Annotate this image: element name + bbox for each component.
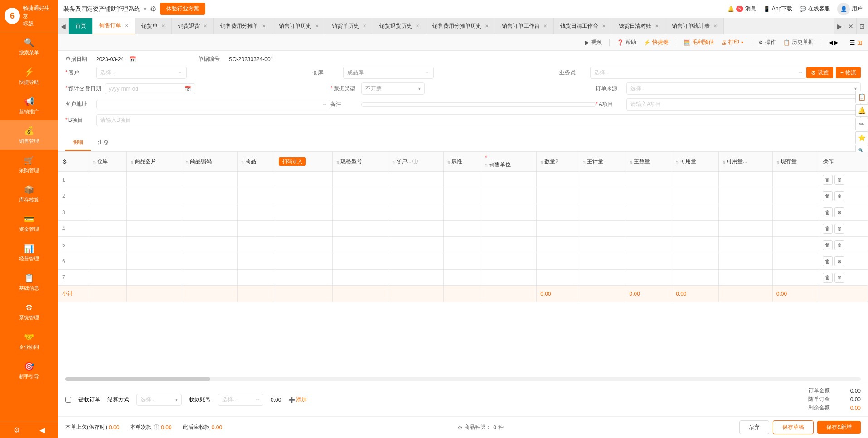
cell-2-main_quantity[interactable]: [626, 188, 672, 204]
customer-input[interactable]: 选择... ···: [96, 67, 187, 79]
bell-right-icon[interactable]: 🔔: [855, 104, 868, 117]
cell-3-attributes[interactable]: [444, 204, 481, 221]
col-header-sales_unit[interactable]: *⇅销售单位: [481, 152, 536, 172]
list-view-icon[interactable]: ☰: [849, 39, 855, 46]
cell-5-product_image[interactable]: [126, 237, 182, 253]
cell-1-available2[interactable]: [718, 172, 772, 188]
cell-5-available[interactable]: [672, 237, 719, 253]
horizontal-scrollbar[interactable]: [65, 377, 861, 381]
cell-1-attributes[interactable]: [444, 172, 481, 188]
cell-5-sales_unit[interactable]: [481, 237, 536, 253]
cell-4-product_image[interactable]: [126, 221, 182, 237]
cell-1-sales_unit[interactable]: [481, 172, 536, 188]
tab-7[interactable]: 销货退货历史✕: [373, 18, 426, 34]
col-sort-product_code[interactable]: ⇅商品编码: [186, 158, 233, 165]
cell-6-main_unit[interactable]: [579, 253, 626, 270]
tab-4[interactable]: 销售费用分摊单✕: [214, 18, 272, 34]
row-copy-2[interactable]: ⊕: [834, 191, 844, 201]
cell-6-main_quantity[interactable]: [626, 253, 672, 270]
cell-4-warehouse[interactable]: [89, 221, 126, 237]
sidebar-collapse-icon[interactable]: ◀: [39, 426, 45, 434]
cell-7-available2[interactable]: [718, 270, 772, 286]
col-sort-spec[interactable]: ⇅规格型号: [336, 158, 384, 165]
row-copy-5[interactable]: ⊕: [834, 240, 844, 250]
cell-5-customer_code[interactable]: [388, 237, 443, 253]
row-copy-4[interactable]: ⊕: [834, 224, 844, 234]
tab-close-11[interactable]: ✕: [655, 24, 659, 29]
cell-6-warehouse[interactable]: [89, 253, 126, 270]
cell-3-available[interactable]: [672, 204, 719, 221]
cell-7-product[interactable]: [238, 270, 275, 286]
cell-5-attributes[interactable]: [444, 237, 481, 253]
col-sort-product_image[interactable]: ⇅商品图片: [131, 158, 178, 165]
cell-3-quantity2[interactable]: [537, 204, 579, 221]
col-header-attributes[interactable]: ⇅属性: [444, 152, 481, 172]
cell-4-product_code[interactable]: [182, 221, 237, 237]
sidebar-item-4[interactable]: 🛒采购管理: [0, 150, 58, 179]
cell-3-stock[interactable]: [772, 204, 819, 221]
cell-4-attributes[interactable]: [444, 221, 481, 237]
cell-3-scan[interactable]: [275, 204, 333, 221]
sidebar-item-7[interactable]: 📊经营管理: [0, 238, 58, 268]
cell-6-spec[interactable]: [333, 253, 388, 270]
row-delete-5[interactable]: 🗑: [823, 240, 833, 250]
tab-close-3[interactable]: ✕: [204, 24, 207, 29]
row-delete-6[interactable]: 🗑: [823, 256, 833, 266]
cell-4-product[interactable]: [238, 221, 275, 237]
online-service-btn[interactable]: 💬 在线客服: [800, 5, 830, 13]
col-sort-product[interactable]: ⇅商品: [241, 158, 271, 165]
cell-1-warehouse[interactable]: [89, 172, 126, 188]
prev-page-icon[interactable]: ◀: [829, 39, 833, 46]
cell-7-customer_code[interactable]: [388, 270, 443, 286]
cell-7-product_code[interactable]: [182, 270, 237, 286]
col-sort-available2[interactable]: ⇅可用量...: [723, 158, 769, 165]
col-header-scan[interactable]: 扫码录入: [275, 152, 333, 172]
b-project-input[interactable]: 请输入B项目: [96, 114, 861, 126]
detail-tab-1[interactable]: 汇总: [91, 135, 116, 151]
tab-11[interactable]: 钱货日清对账✕: [612, 18, 665, 34]
cell-2-sales_unit[interactable]: [481, 188, 536, 204]
cell-1-available[interactable]: [672, 172, 719, 188]
payment-method-select[interactable]: 选择... ▾: [136, 394, 182, 406]
sidebar-item-2[interactable]: 📢营销推广: [0, 91, 58, 120]
scan-button[interactable]: 扫码录入: [279, 157, 306, 166]
cell-7-main_quantity[interactable]: [626, 270, 672, 286]
row-delete-2[interactable]: 🗑: [823, 191, 833, 201]
cell-4-spec[interactable]: [333, 221, 388, 237]
col-header-quantity2[interactable]: ⇅数量2: [537, 152, 579, 172]
cell-1-main_quantity[interactable]: [626, 172, 672, 188]
cell-7-attributes[interactable]: [444, 270, 481, 286]
sidebar-item-5[interactable]: 📦库存核算: [0, 179, 58, 209]
cell-7-main_unit[interactable]: [579, 270, 626, 286]
save-draft-button[interactable]: 保存草稿: [773, 420, 814, 434]
solution-button[interactable]: 体验行业方案: [160, 3, 205, 15]
tab-expand[interactable]: ⊡: [857, 18, 868, 34]
cell-3-product_image[interactable]: [126, 204, 182, 221]
cell-6-available[interactable]: [672, 253, 719, 270]
cell-3-main_quantity[interactable]: [626, 204, 672, 221]
tab-close-9[interactable]: ✕: [543, 24, 547, 29]
cell-2-warehouse[interactable]: [89, 188, 126, 204]
sidebar-item-8[interactable]: 📋基础信息: [0, 268, 58, 297]
tab-close-1[interactable]: ✕: [125, 23, 128, 28]
operations-btn[interactable]: ⚙ 操作: [758, 39, 776, 46]
tab-close-7[interactable]: ✕: [416, 24, 419, 29]
edit-icon[interactable]: ✏: [855, 118, 868, 130]
clipboard-icon[interactable]: 📋: [855, 91, 868, 103]
col-info-icon-customer_code[interactable]: ⓘ: [412, 158, 418, 165]
cell-7-available[interactable]: [672, 270, 719, 286]
cell-6-customer_code[interactable]: [388, 253, 443, 270]
cell-1-product_code[interactable]: [182, 172, 237, 188]
prev-lower-info-icon[interactable]: ⓘ: [154, 424, 159, 431]
tab-3[interactable]: 销货退货✕: [172, 18, 214, 34]
next-page-icon[interactable]: ▶: [834, 39, 839, 46]
cell-6-product[interactable]: [238, 253, 275, 270]
tab-close-2[interactable]: ✕: [161, 24, 165, 29]
sidebar-item-0[interactable]: 🔍搜索菜单: [0, 32, 58, 62]
cell-6-product_image[interactable]: [126, 253, 182, 270]
cell-1-main_unit[interactable]: [579, 172, 626, 188]
scrollbar-thumb[interactable]: [65, 377, 210, 381]
col-header-warehouse[interactable]: ⇅仓库: [89, 152, 126, 172]
tab-close-12[interactable]: ✕: [713, 24, 717, 29]
topbar-settings-icon[interactable]: ⚙: [150, 5, 156, 13]
